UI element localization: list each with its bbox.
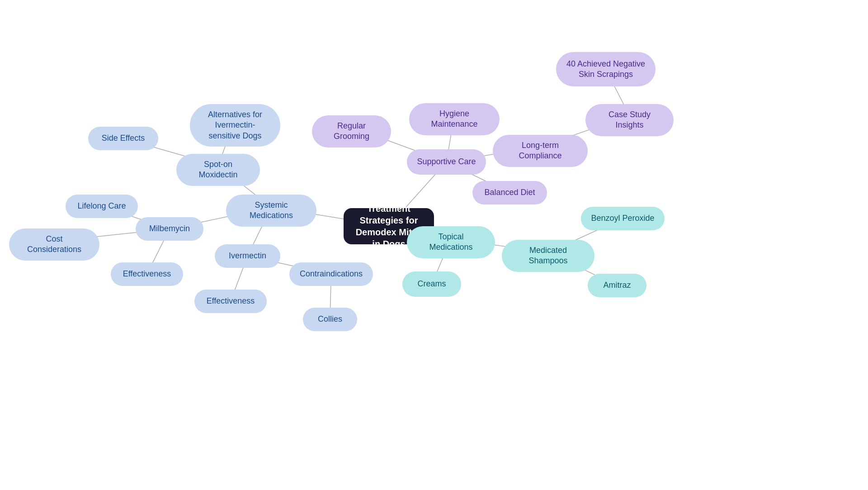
node-amitraz[interactable]: Amitraz — [588, 274, 646, 297]
node-label-creams: Creams — [417, 279, 446, 289]
node-label-benzoyl_peroxide: Benzoyl Peroxide — [591, 213, 654, 224]
mind-map: Treatment Strategies for Demodex Mites i… — [0, 0, 868, 490]
node-ivermectin[interactable]: Ivermectin — [215, 244, 280, 268]
node-achieved_negative[interactable]: 40 Achieved Negative Skin Scrapings — [556, 52, 656, 86]
node-label-side_effects: Side Effects — [102, 133, 145, 143]
node-label-regular_grooming: Regular Grooming — [322, 121, 381, 142]
node-label-hygiene_maintenance: Hygiene Maintenance — [419, 109, 490, 130]
node-balanced_diet[interactable]: Balanced Diet — [472, 181, 547, 205]
node-label-case_study_insights: Case Study Insights — [595, 109, 664, 131]
node-topical_medications[interactable]: Topical Medications — [407, 226, 495, 258]
node-label-long_term_compliance: Long-term Compliance — [503, 140, 578, 162]
node-effectiveness_ivermectin[interactable]: Effectiveness — [194, 290, 267, 313]
node-creams[interactable]: Creams — [402, 271, 461, 297]
node-label-contraindications: Contraindications — [300, 269, 363, 279]
node-label-milbemycin: Milbemycin — [149, 224, 190, 234]
node-case_study_insights[interactable]: Case Study Insights — [585, 104, 674, 136]
node-spot_on_moxidectin[interactable]: Spot-on Moxidectin — [176, 154, 260, 186]
node-hygiene_maintenance[interactable]: Hygiene Maintenance — [409, 103, 500, 135]
node-regular_grooming[interactable]: Regular Grooming — [312, 115, 391, 147]
node-label-systemic_medications: Systemic Medications — [236, 200, 307, 221]
node-supportive_care[interactable]: Supportive Care — [407, 149, 486, 175]
node-effectiveness_milbemycin[interactable]: Effectiveness — [111, 262, 183, 286]
node-label-effectiveness_ivermectin: Effectiveness — [207, 296, 255, 306]
node-contraindications[interactable]: Contraindications — [289, 262, 373, 286]
node-label-topical_medications: Topical Medications — [417, 232, 485, 253]
node-label-balanced_diet: Balanced Diet — [484, 187, 535, 198]
node-label-amitraz: Amitraz — [603, 280, 631, 290]
node-label-achieved_negative: 40 Achieved Negative Skin Scrapings — [566, 59, 646, 80]
node-lifelong_care[interactable]: Lifelong Care — [66, 195, 138, 218]
node-label-supportive_care: Supportive Care — [417, 157, 476, 167]
node-label-cost_considerations: Cost Considerations — [19, 234, 90, 255]
node-side_effects[interactable]: Side Effects — [88, 127, 158, 150]
node-label-medicated_shampoos: Medicated Shampoos — [512, 245, 585, 266]
node-long_term_compliance[interactable]: Long-term Compliance — [493, 135, 588, 167]
node-label-lifelong_care: Lifelong Care — [77, 201, 126, 211]
node-label-ivermectin: Ivermectin — [229, 251, 266, 261]
node-label-alternatives: Alternatives for Ivermectin-sensitive Do… — [200, 109, 270, 141]
node-benzoyl_peroxide[interactable]: Benzoyl Peroxide — [581, 207, 665, 230]
node-cost_considerations[interactable]: Cost Considerations — [9, 228, 99, 261]
node-alternatives[interactable]: Alternatives for Ivermectin-sensitive Do… — [190, 104, 280, 147]
node-systemic_medications[interactable]: Systemic Medications — [226, 195, 316, 227]
node-collies[interactable]: Collies — [303, 308, 357, 331]
node-milbemycin[interactable]: Milbemycin — [136, 217, 203, 241]
node-label-effectiveness_milbemycin: Effectiveness — [123, 269, 171, 279]
node-label-spot_on_moxidectin: Spot-on Moxidectin — [186, 159, 250, 181]
node-medicated_shampoos[interactable]: Medicated Shampoos — [502, 240, 594, 272]
node-label-collies: Collies — [318, 314, 342, 324]
